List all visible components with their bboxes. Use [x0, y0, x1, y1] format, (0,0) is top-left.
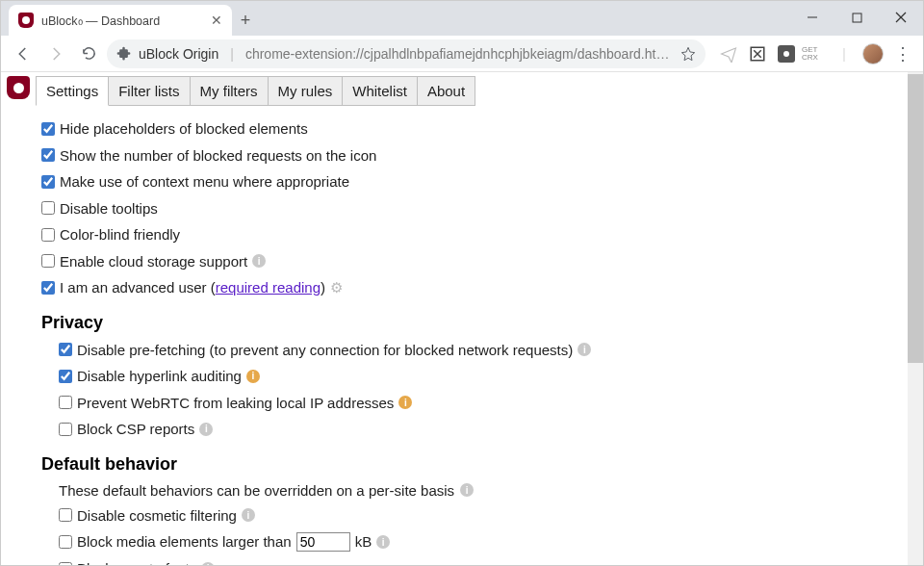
- tab-about[interactable]: About: [417, 76, 475, 106]
- info-icon[interactable]: i: [199, 423, 213, 436]
- label-remote-fonts: Block remote fonts: [77, 559, 196, 566]
- label-cosmetic: Disable cosmetic filtering: [77, 506, 237, 526]
- checkbox-cosmetic[interactable]: [59, 508, 72, 522]
- info-icon[interactable]: i: [246, 370, 260, 383]
- row-enable-cloud[interactable]: Enable cloud storage support i: [41, 248, 902, 275]
- browser-tabstrip: uBlock₀ — Dashboard ✕ +: [1, 1, 923, 36]
- checkbox-media[interactable]: [59, 535, 72, 549]
- checkbox-hyperlink[interactable]: [59, 370, 72, 383]
- row-show-number[interactable]: Show the number of blocked requests on t…: [41, 142, 902, 169]
- default-behavior-heading: Default behavior: [41, 454, 902, 475]
- checkbox-disable-tooltips[interactable]: [41, 201, 55, 215]
- getcrx-extension-icon[interactable]: GET CRX: [802, 40, 829, 67]
- label-hyperlink: Disable hyperlink auditing: [77, 367, 242, 386]
- svg-point-7: [783, 51, 789, 57]
- row-csp[interactable]: Block CSP reports i: [59, 416, 902, 443]
- address-bar[interactable]: uBlock Origin | chrome-extension://cjpal…: [107, 39, 706, 68]
- maximize-button[interactable]: [834, 1, 879, 34]
- label-enable-cloud: Enable cloud storage support: [60, 252, 247, 271]
- info-icon[interactable]: i: [578, 343, 591, 356]
- privacy-heading: Privacy: [41, 313, 902, 333]
- tab-my-filters[interactable]: My filters: [190, 76, 269, 106]
- checkbox-webrtc[interactable]: [59, 396, 72, 409]
- back-button[interactable]: [9, 39, 38, 68]
- ublock-logo-icon: [7, 76, 30, 99]
- row-remote-fonts[interactable]: Block remote fonts i: [59, 555, 902, 566]
- page-body: Settings Filter lists My filters My rule…: [1, 72, 923, 566]
- svg-rect-1: [853, 13, 861, 22]
- row-advanced-user[interactable]: I am an advanced user (required reading)…: [41, 274, 902, 301]
- checkbox-remote-fonts[interactable]: [59, 562, 72, 566]
- settings-list: Hide placeholders of blocked elements Sh…: [36, 114, 908, 566]
- info-icon[interactable]: i: [398, 396, 412, 409]
- ublock-favicon-icon: [18, 13, 34, 28]
- tab-whitelist[interactable]: Whitelist: [342, 76, 418, 106]
- label-media: Block media elements larger than: [77, 532, 292, 552]
- info-icon[interactable]: i: [252, 254, 266, 268]
- dashboard-content: Settings Filter lists My filters My rule…: [36, 72, 908, 566]
- address-extension-name: uBlock Origin: [139, 46, 218, 62]
- gear-icon[interactable]: ⚙: [330, 278, 343, 297]
- checkbox-hide-placeholders[interactable]: [41, 122, 55, 136]
- label-hide-placeholders: Hide placeholders of blocked elements: [60, 119, 308, 139]
- forward-button[interactable]: [41, 39, 70, 68]
- label-color-blind: Color-blind friendly: [60, 225, 180, 244]
- label-prefetch: Disable pre-fetching (to prevent any con…: [77, 341, 573, 360]
- send-page-icon[interactable]: [715, 40, 742, 67]
- checkbox-prefetch[interactable]: [59, 343, 72, 356]
- address-url: chrome-extension://cjpalhdlnbpafiamejdnh…: [245, 46, 670, 62]
- row-hyperlink[interactable]: Disable hyperlink auditing i: [59, 363, 902, 390]
- required-reading-link[interactable]: required reading: [216, 279, 321, 296]
- browser-toolbar: uBlock Origin | chrome-extension://cjpal…: [1, 36, 923, 72]
- new-tab-button[interactable]: +: [232, 5, 259, 36]
- scrollbar[interactable]: [908, 72, 923, 566]
- tab-filter-lists[interactable]: Filter lists: [108, 76, 190, 106]
- extension-puzzle-icon: [116, 46, 131, 61]
- tab-my-rules[interactable]: My rules: [268, 76, 344, 106]
- row-disable-tooltips[interactable]: Disable tooltips: [41, 195, 902, 222]
- row-color-blind[interactable]: Color-blind friendly: [41, 221, 902, 248]
- profile-avatar[interactable]: [860, 40, 886, 67]
- checkbox-advanced-user[interactable]: [41, 281, 55, 295]
- ublock-extension-icon[interactable]: [773, 40, 800, 67]
- row-cosmetic[interactable]: Disable cosmetic filtering i: [59, 502, 902, 529]
- label-advanced-user: I am an advanced user (required reading): [60, 278, 325, 297]
- checkbox-show-number[interactable]: [41, 148, 55, 162]
- checkbox-color-blind[interactable]: [41, 228, 55, 242]
- row-webrtc[interactable]: Prevent WebRTC from leaking local IP add…: [59, 390, 902, 417]
- row-prefetch[interactable]: Disable pre-fetching (to prevent any con…: [59, 337, 902, 364]
- reload-button[interactable]: [74, 39, 103, 68]
- toolbar-right: GET CRX | ⋮: [709, 40, 915, 67]
- tab-close-button[interactable]: ✕: [211, 13, 222, 28]
- scrollbar-thumb[interactable]: [908, 74, 923, 363]
- media-size-input[interactable]: [296, 532, 350, 552]
- tab-settings[interactable]: Settings: [36, 76, 109, 106]
- checkbox-csp[interactable]: [59, 423, 72, 436]
- label-context-menu: Make use of context menu where appropria…: [60, 172, 349, 192]
- label-csp: Block CSP reports: [77, 420, 194, 439]
- star-icon[interactable]: [680, 46, 696, 62]
- info-icon[interactable]: i: [201, 562, 215, 566]
- label-disable-tooltips: Disable tooltips: [60, 199, 158, 219]
- row-media[interactable]: Block media elements larger than kB i: [59, 528, 902, 555]
- info-icon[interactable]: i: [376, 535, 390, 549]
- row-hide-placeholders[interactable]: Hide placeholders of blocked elements: [41, 116, 902, 142]
- label-show-number: Show the number of blocked requests on t…: [60, 146, 376, 166]
- close-window-button[interactable]: [879, 1, 923, 34]
- info-icon[interactable]: i: [242, 508, 255, 522]
- minimize-button[interactable]: [790, 1, 834, 34]
- default-behavior-note: These default behaviors can be overridde…: [59, 478, 902, 502]
- chrome-menu-button[interactable]: ⋮: [888, 40, 915, 67]
- browser-tab[interactable]: uBlock₀ — Dashboard ✕: [9, 5, 232, 36]
- label-webrtc: Prevent WebRTC from leaking local IP add…: [77, 394, 394, 413]
- info-icon[interactable]: i: [460, 483, 474, 497]
- dashboard-tabs: Settings Filter lists My filters My rule…: [36, 76, 908, 106]
- label-media-unit: kB: [355, 532, 372, 552]
- checkbox-context-menu[interactable]: [41, 175, 55, 189]
- blocker-extension-icon[interactable]: [744, 40, 771, 67]
- row-context-menu[interactable]: Make use of context menu where appropria…: [41, 168, 902, 195]
- checkbox-enable-cloud[interactable]: [41, 254, 55, 268]
- window-controls: [790, 1, 923, 34]
- browser-tab-title: uBlock₀ — Dashboard: [41, 13, 160, 28]
